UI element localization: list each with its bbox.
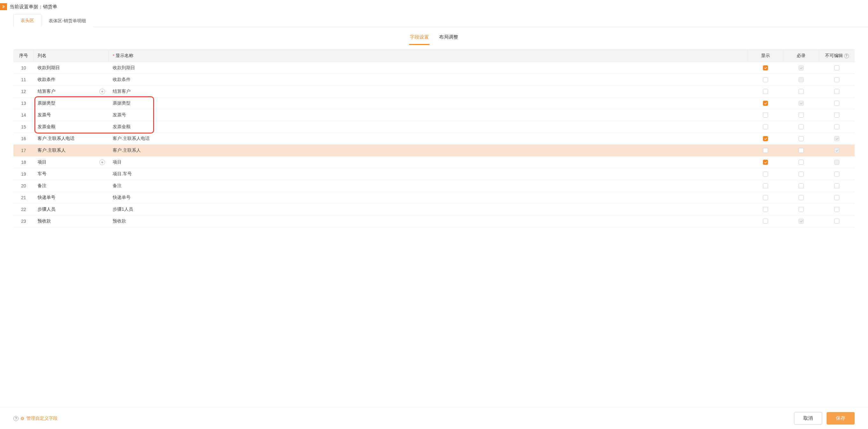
help-icon[interactable]: ? — [844, 54, 849, 58]
cell-display-name[interactable]: 结算客户 — [109, 86, 748, 97]
checkbox-required[interactable] — [799, 195, 804, 200]
cell-seq: 19 — [13, 168, 34, 180]
table-row[interactable]: 19车号项目.车号 — [13, 168, 855, 180]
tab-1[interactable]: 表体区-销货单明细 — [41, 15, 93, 27]
cell-display-name[interactable]: 收款条件 — [109, 74, 748, 85]
table-row[interactable]: 17客户.主联系人客户.主联系人 — [13, 145, 855, 156]
checkbox-required[interactable] — [799, 207, 804, 212]
checkbox-show[interactable] — [763, 195, 768, 200]
checkbox-readonly[interactable] — [834, 65, 839, 70]
cell-required — [783, 156, 819, 168]
checkbox-show[interactable] — [763, 171, 768, 177]
cell-readonly — [819, 97, 855, 109]
table-row[interactable]: 10收款到期日收款到期日 — [13, 62, 855, 74]
cell-required — [783, 216, 819, 227]
cell-seq: 17 — [13, 145, 34, 156]
field-table: 序号 列名 * 显示名称 显示 必录 不可编辑 ? 10收款到期日收款到期日11… — [13, 49, 855, 227]
checkbox-show[interactable] — [763, 101, 768, 106]
checkbox-readonly[interactable] — [834, 183, 839, 189]
table-row[interactable]: 15发票金额发票金额 — [13, 121, 855, 133]
checkbox-show[interactable] — [763, 77, 768, 82]
cell-show — [748, 62, 783, 74]
cell-display-name[interactable]: 备注 — [109, 180, 748, 192]
cell-seq: 22 — [13, 204, 34, 215]
cell-show — [748, 109, 783, 121]
required-star-icon: * — [113, 53, 114, 58]
cell-show — [748, 74, 783, 85]
expand-toggle[interactable] — [0, 3, 7, 10]
sub-tabs: 字段设置布局调整 — [0, 27, 868, 45]
checkbox-readonly[interactable] — [834, 77, 839, 82]
table-row[interactable]: 23预收款预收款 — [13, 216, 855, 227]
table-row[interactable]: 18项目+项目 — [13, 156, 855, 168]
cell-display-name[interactable]: 客户.主联系人电话 — [109, 133, 748, 144]
checkbox-show[interactable] — [763, 183, 768, 189]
cell-display-name[interactable]: 收款到期日 — [109, 62, 748, 74]
tab-0[interactable]: 表头区 — [13, 15, 41, 27]
expand-field-icon[interactable]: + — [99, 89, 105, 94]
cell-display-name[interactable]: 项目 — [109, 156, 748, 168]
cell-seq: 18 — [13, 156, 34, 168]
checkbox-show[interactable] — [763, 148, 768, 153]
table-body: 10收款到期日收款到期日11收款条件收款条件12结算客户+结算客户13票据类型票… — [13, 62, 855, 227]
checkbox-show[interactable] — [763, 207, 768, 212]
cell-colname: 客户.主联系人电话 — [34, 133, 109, 144]
cell-colname: 发票号 — [34, 109, 109, 121]
checkbox-required[interactable] — [799, 148, 804, 153]
checkbox-required[interactable] — [799, 160, 804, 165]
th-show: 显示 — [748, 50, 783, 62]
checkbox-show[interactable] — [763, 160, 768, 165]
checkbox-show[interactable] — [763, 124, 768, 130]
cell-display-name[interactable]: 项目.车号 — [109, 168, 748, 180]
cell-display-name[interactable]: 步骤1人员 — [109, 204, 748, 215]
cell-required — [783, 133, 819, 144]
table-row[interactable]: 20备注备注 — [13, 180, 855, 192]
cell-display-name[interactable]: 快递单号 — [109, 192, 748, 203]
cell-colname: 收款条件 — [34, 74, 109, 85]
cell-required — [783, 192, 819, 203]
checkbox-readonly[interactable] — [834, 195, 839, 200]
checkbox-show[interactable] — [763, 113, 768, 118]
table-header: 序号 列名 * 显示名称 显示 必录 不可编辑 ? — [13, 50, 855, 62]
checkbox-show[interactable] — [763, 219, 768, 224]
checkbox-required[interactable] — [799, 183, 804, 189]
subtab-1[interactable]: 布局调整 — [438, 32, 459, 45]
checkbox-required[interactable] — [799, 113, 804, 118]
checkbox-required[interactable] — [799, 171, 804, 177]
table-row[interactable]: 21快递单号快递单号 — [13, 192, 855, 204]
cell-required — [783, 109, 819, 121]
table-row[interactable]: 16客户.主联系人电话客户.主联系人电话 — [13, 133, 855, 145]
subtab-0[interactable]: 字段设置 — [409, 32, 430, 45]
checkbox-required[interactable] — [799, 136, 804, 141]
checkbox-readonly[interactable] — [834, 101, 839, 106]
table-row[interactable]: 22步骤人员步骤1人员 — [13, 204, 855, 216]
cell-colname: 步骤人员 — [34, 204, 109, 215]
cell-show — [748, 192, 783, 203]
checkbox-readonly[interactable] — [834, 124, 839, 130]
cell-display-name[interactable]: 发票金额 — [109, 121, 748, 133]
table-row[interactable]: 14发票号发票号 — [13, 109, 855, 121]
cell-colname: 车号 — [34, 168, 109, 180]
cell-display-name[interactable]: 发票号 — [109, 109, 748, 121]
checkbox-readonly[interactable] — [834, 207, 839, 212]
table-row[interactable]: 11收款条件收款条件 — [13, 74, 855, 86]
checkbox-readonly[interactable] — [834, 89, 839, 94]
checkbox-required[interactable] — [799, 89, 804, 94]
cell-display-name[interactable]: 客户.主联系人 — [109, 145, 748, 156]
cell-display-name[interactable]: 票据类型 — [109, 97, 748, 109]
checkbox-show[interactable] — [763, 136, 768, 141]
cell-display-name[interactable]: 预收款 — [109, 216, 748, 227]
checkbox-readonly[interactable] — [834, 113, 839, 118]
checkbox-required[interactable] — [799, 124, 804, 130]
table-row[interactable]: 13票据类型票据类型 — [13, 97, 855, 109]
cell-seq: 23 — [13, 216, 34, 227]
expand-field-icon[interactable]: + — [99, 160, 105, 165]
checkbox-readonly[interactable] — [834, 171, 839, 177]
checkbox-show[interactable] — [763, 89, 768, 94]
checkbox-readonly[interactable] — [834, 219, 839, 224]
cell-colname: 票据类型 — [34, 97, 109, 109]
checkbox-show[interactable] — [763, 65, 768, 70]
cell-seq: 16 — [13, 133, 34, 144]
table-row[interactable]: 12结算客户+结算客户 — [13, 86, 855, 97]
cell-colname: 快递单号 — [34, 192, 109, 203]
